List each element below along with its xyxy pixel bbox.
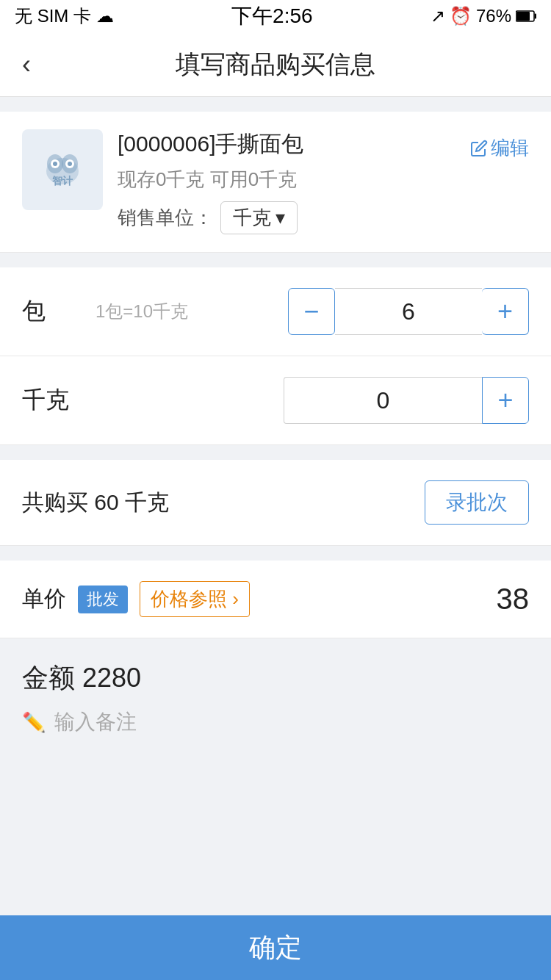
product-info: [0000006]手撕面包 编辑 现存0千克 可用0千克 销售单位： 千克 ▾	[118, 129, 529, 234]
confirm-button[interactable]: 确定	[0, 915, 551, 980]
price-label: 单价	[22, 584, 66, 614]
product-image: 智计	[22, 129, 103, 210]
chevron-down-icon: ▾	[276, 206, 285, 229]
bag-input-row: 包 1包=10千克 − +	[0, 267, 551, 356]
unit-select[interactable]: 千克 ▾	[220, 201, 298, 234]
summary-text: 共购买 60 千克	[22, 488, 169, 518]
amount-label: 金额	[22, 663, 82, 693]
remark-placeholder: 输入备注	[54, 708, 137, 736]
kg-input-controls: +	[284, 377, 529, 424]
price-badge: 批发	[78, 586, 128, 613]
product-section: 智计 [0000006]手撕面包 编辑 现存0千克 可用0千克 销售单位： 千克…	[0, 112, 551, 253]
bag-minus-button[interactable]: −	[288, 288, 335, 335]
price-section: 单价 批发 价格参照 › 38	[0, 561, 551, 638]
svg-point-9	[68, 162, 72, 166]
svg-rect-1	[535, 14, 537, 19]
edit-button[interactable]: 编辑	[470, 129, 529, 167]
product-unit: 销售单位： 千克 ▾	[118, 201, 529, 234]
pencil-icon: ✏️	[22, 711, 46, 734]
bag-plus-button[interactable]: +	[482, 288, 529, 335]
page-title: 填写商品购买信息	[176, 48, 375, 82]
product-name: [0000006]手撕面包	[118, 129, 303, 159]
bag-input-controls: − +	[288, 288, 529, 335]
batch-button[interactable]: 录批次	[425, 480, 529, 525]
bag-label: 包	[22, 295, 81, 328]
input-section: 包 1包=10千克 − + 千克 +	[0, 267, 551, 445]
summary-section: 共购买 60 千克 录批次	[0, 460, 551, 546]
kg-quantity-input[interactable]	[284, 377, 482, 424]
status-right: ↗ ⏰ 76%	[431, 6, 536, 26]
status-left: 无 SIM 卡 ☁	[15, 4, 114, 28]
svg-rect-2	[516, 12, 530, 21]
remark-row[interactable]: ✏️ 输入备注	[22, 708, 529, 736]
svg-point-8	[53, 162, 57, 166]
kg-input-row: 千克 +	[0, 356, 551, 445]
bag-quantity-input[interactable]	[335, 288, 482, 335]
bag-hint: 1包=10千克	[96, 300, 273, 323]
price-ref-button[interactable]: 价格参照 ›	[140, 581, 250, 617]
price-value: 38	[497, 583, 530, 616]
status-bar: 无 SIM 卡 ☁ 下午2:56 ↗ ⏰ 76%	[0, 0, 551, 32]
amount-section: 金额 2280 ✏️ 输入备注	[0, 638, 551, 751]
battery-text: 76%	[476, 6, 511, 26]
svg-text:智计: 智计	[51, 175, 73, 187]
amount-row: 金额 2280	[22, 660, 529, 696]
product-logo: 智计	[39, 143, 86, 197]
alarm-icon: ⏰	[450, 6, 472, 26]
no-sim-text: 无 SIM 卡 ☁	[15, 4, 114, 28]
product-stock: 现存0千克 可用0千克	[118, 167, 529, 192]
amount-number: 2280	[82, 663, 141, 693]
nav-bar: ‹ 填写商品购买信息	[0, 32, 551, 97]
edit-label: 编辑	[491, 135, 529, 161]
back-button[interactable]: ‹	[22, 49, 31, 80]
kg-plus-button[interactable]: +	[482, 377, 529, 424]
location-icon: ↗	[431, 6, 445, 26]
status-time: 下午2:56	[231, 2, 313, 30]
kg-label: 千克	[22, 384, 81, 417]
battery-icon	[516, 6, 536, 26]
